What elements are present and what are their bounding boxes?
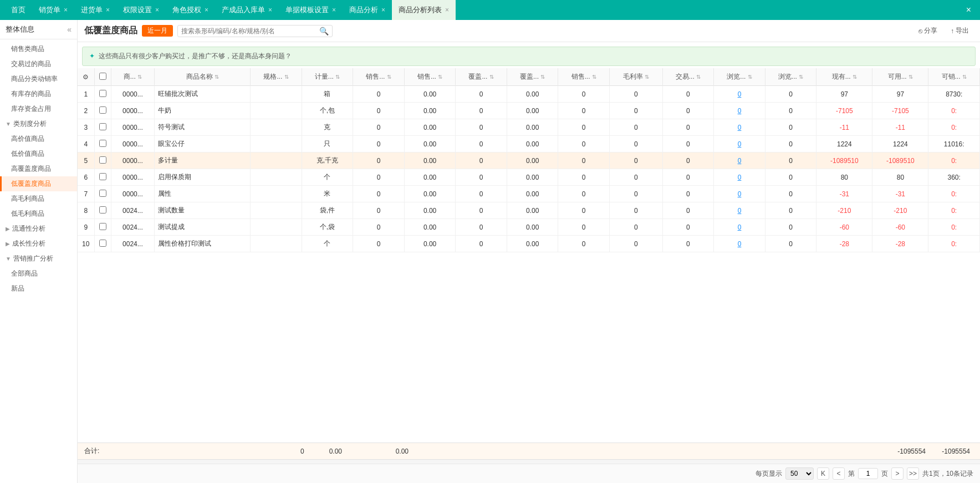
nav-template-close[interactable]: × bbox=[332, 0, 336, 20]
select-all-checkbox[interactable] bbox=[99, 73, 106, 80]
name-column-header[interactable]: 商品名称 ⇅ bbox=[155, 68, 251, 86]
share-button[interactable]: ⎋ 分享 bbox=[914, 24, 942, 37]
browse-link[interactable]: 0 bbox=[738, 223, 742, 231]
horizontal-scrollbar[interactable] bbox=[78, 459, 980, 464]
row-browse1[interactable]: 0 bbox=[714, 202, 765, 219]
nav-analysis-list[interactable]: 商品分析列表 × bbox=[392, 0, 456, 20]
row-sales-count: 0 bbox=[353, 169, 405, 186]
sidebar-item-low-margin[interactable]: 低毛利商品 bbox=[0, 206, 77, 221]
sidebar-label-low-value: 低价值商品 bbox=[11, 150, 44, 157]
salesx-column-header[interactable]: 销售... ⇅ bbox=[558, 68, 610, 86]
row-browse1[interactable]: 0 bbox=[714, 86, 765, 103]
sidebar-item-low-coverage[interactable]: 低覆盖度商品 bbox=[0, 176, 77, 191]
nav-role-close[interactable]: × bbox=[205, 0, 208, 20]
sales-amount-column-header[interactable]: 销售... ⇅ bbox=[404, 68, 456, 86]
nav-product-entry-close[interactable]: × bbox=[268, 0, 272, 20]
footer-sales-count: 0 bbox=[285, 448, 319, 455]
row-browse1[interactable]: 0 bbox=[714, 236, 765, 252]
browse-link[interactable]: 0 bbox=[738, 190, 742, 198]
next-page-button[interactable]: > bbox=[891, 467, 904, 480]
table-container[interactable]: ⚙ 商... ⇅ 商品名称 ⇅ 规格... ⇅ 计量... ⇅ 销售... ⇅ … bbox=[78, 68, 980, 443]
sidebar-item-low-value[interactable]: 低价值商品 bbox=[0, 146, 77, 161]
sidebar-item-capital[interactable]: 库存资金占用 bbox=[0, 101, 77, 116]
unit-column-header[interactable]: 计量... ⇅ bbox=[302, 68, 353, 86]
browse-link[interactable]: 0 bbox=[738, 90, 742, 98]
browse-link[interactable]: 0 bbox=[738, 124, 742, 131]
export-button[interactable]: ↑ 导出 bbox=[946, 24, 973, 37]
browse-link[interactable]: 0 bbox=[738, 174, 742, 181]
sidebar-collapse-button[interactable]: « bbox=[67, 25, 72, 34]
row-name: 测试提成 bbox=[155, 219, 251, 236]
row-browse1[interactable]: 0 bbox=[714, 136, 765, 152]
nav-permission[interactable]: 权限设置 × bbox=[116, 0, 166, 20]
checkbox-column-header[interactable] bbox=[94, 68, 111, 86]
row-code: 0000... bbox=[111, 103, 155, 119]
browse-link[interactable]: 0 bbox=[738, 207, 742, 215]
sidebar-item-sales-goods[interactable]: 销售类商品 bbox=[0, 42, 77, 57]
sidebar-item-high-value[interactable]: 高价值商品 bbox=[0, 131, 77, 146]
row-browse1[interactable]: 0 bbox=[714, 119, 765, 136]
sellable-column-header[interactable]: 可销... ⇅ bbox=[928, 68, 980, 86]
sidebar-item-new-goods[interactable]: 新品 bbox=[0, 281, 77, 296]
nav-sales-close[interactable]: × bbox=[64, 0, 68, 20]
sidebar-item-high-coverage[interactable]: 高覆盖度商品 bbox=[0, 161, 77, 176]
row-browse2: 0 bbox=[765, 236, 816, 252]
row-browse1[interactable]: 0 bbox=[714, 103, 765, 119]
gross-rate-column-header[interactable]: 毛利率 ⇅ bbox=[609, 68, 662, 86]
nav-purchase-close[interactable]: × bbox=[106, 0, 110, 20]
browse-link[interactable]: 0 bbox=[738, 240, 742, 248]
nav-product-entry[interactable]: 产成品入库单 × bbox=[215, 0, 279, 20]
sidebar-item-category-turnover[interactable]: 商品分类动销率 bbox=[0, 72, 77, 87]
nav-analysis[interactable]: 商品分析 × bbox=[343, 0, 392, 20]
table-row: 10000...旺辅批次测试箱00.0000.000000097978730: bbox=[78, 86, 980, 103]
browse2-column-header[interactable]: 浏览... ⇅ bbox=[765, 68, 816, 86]
browse-link[interactable]: 0 bbox=[738, 157, 742, 165]
browse-link[interactable]: 0 bbox=[738, 107, 742, 115]
sidebar-group-marketing[interactable]: ▼ 营销推广分析 bbox=[0, 251, 77, 266]
last-page-button[interactable]: >> bbox=[907, 467, 919, 480]
current-stock-column-header[interactable]: 现有... ⇅ bbox=[816, 68, 872, 86]
sidebar-item-traded-goods[interactable]: 交易过的商品 bbox=[0, 57, 77, 72]
row-gross-rate: 0 bbox=[609, 86, 662, 103]
row-browse1[interactable]: 0 bbox=[714, 152, 765, 169]
sales-count-column-header[interactable]: 销售... ⇅ bbox=[353, 68, 405, 86]
browse1-column-header[interactable]: 浏览... ⇅ bbox=[714, 68, 765, 86]
row-browse1[interactable]: 0 bbox=[714, 169, 765, 186]
nav-home[interactable]: 首页 bbox=[4, 0, 32, 20]
nav-sales-order[interactable]: 销货单 × bbox=[32, 0, 74, 20]
footer-current-stock: -1095554 bbox=[885, 448, 929, 455]
per-page-select[interactable]: 50 20 100 bbox=[785, 467, 814, 480]
code-column-header[interactable]: 商... ⇅ bbox=[111, 68, 155, 86]
nav-analysis-close[interactable]: × bbox=[381, 0, 385, 20]
search-icon[interactable]: 🔍 bbox=[319, 27, 329, 35]
sidebar-label-capital: 库存资金占用 bbox=[11, 105, 51, 113]
info-banner-text: 这些商品只有很少客户购买过，是推广不够，还是商品本身问题？ bbox=[99, 52, 292, 60]
page-input[interactable] bbox=[858, 468, 878, 479]
sidebar-group-growth[interactable]: ▶ 成长性分析 bbox=[0, 236, 77, 251]
sidebar-item-stocked-goods[interactable]: 有库存的商品 bbox=[0, 87, 77, 101]
sidebar-group-liquidity[interactable]: ▶ 流通性分析 bbox=[0, 221, 77, 236]
nav-analysis-list-close[interactable]: × bbox=[445, 0, 449, 20]
sidebar-group-category-analysis[interactable]: ▼ 类别度分析 bbox=[0, 116, 77, 131]
nav-permission-close[interactable]: × bbox=[155, 0, 159, 20]
row-browse1[interactable]: 0 bbox=[714, 219, 765, 236]
window-close-button[interactable]: × bbox=[962, 5, 976, 15]
spec-column-header[interactable]: 规格... ⇅ bbox=[251, 68, 302, 86]
available-column-header[interactable]: 可用... ⇅ bbox=[872, 68, 928, 86]
search-input[interactable] bbox=[181, 27, 317, 35]
first-page-button[interactable]: K bbox=[817, 467, 829, 480]
prev-page-button[interactable]: < bbox=[833, 467, 845, 480]
nav-purchase-order[interactable]: 进货单 × bbox=[74, 0, 116, 20]
share-icon: ⎋ bbox=[918, 27, 922, 35]
row-browse1[interactable]: 0 bbox=[714, 186, 765, 202]
coverage2-column-header[interactable]: 覆盖... ⇅ bbox=[507, 68, 558, 86]
coverage1-column-header[interactable]: 覆盖... ⇅ bbox=[456, 68, 507, 86]
period-button[interactable]: 近一月 bbox=[142, 25, 173, 37]
sidebar-item-high-margin[interactable]: 高毛利商品 bbox=[0, 191, 77, 206]
nav-role[interactable]: 角色授权 × bbox=[166, 0, 215, 20]
sidebar-item-all-goods[interactable]: 全部商品 bbox=[0, 266, 77, 281]
nav-template[interactable]: 单据模板设置 × bbox=[279, 0, 343, 20]
browse-link[interactable]: 0 bbox=[738, 140, 742, 148]
transaction-column-header[interactable]: 交易... ⇅ bbox=[662, 68, 714, 86]
settings-column-header[interactable]: ⚙ bbox=[78, 68, 94, 86]
